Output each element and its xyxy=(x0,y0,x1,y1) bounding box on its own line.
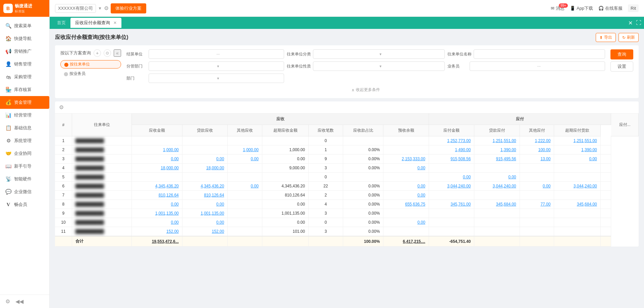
table-cell[interactable] xyxy=(132,173,182,182)
table-cell[interactable]: 0.00 xyxy=(228,182,262,191)
table-cell-link[interactable]: 1,000.00 xyxy=(163,147,179,152)
table-cell-link[interactable]: 0.00 xyxy=(171,220,178,225)
table-cell[interactable]: 0.00 xyxy=(383,218,429,227)
table-cell-link[interactable]: 1,390.00 xyxy=(581,147,597,152)
table-cell[interactable] xyxy=(228,191,262,200)
table-cell[interactable] xyxy=(554,164,600,173)
table-cell-link[interactable]: 2,153,333.00 xyxy=(402,157,425,161)
table-cell-link[interactable]: 1,490.00 xyxy=(455,147,471,152)
table-cell-link[interactable]: 0.00 xyxy=(463,175,471,179)
table-settings-icon[interactable]: ⚙ xyxy=(59,104,64,111)
sidebar-item-guide[interactable]: 📖 新手引导 xyxy=(0,160,49,173)
tab-close-window-icon[interactable]: ✕ xyxy=(628,20,633,26)
table-cell[interactable] xyxy=(474,164,520,173)
table-cell-link[interactable]: 915,495.56 xyxy=(496,157,516,161)
table-cell[interactable]: 1,390.00 xyxy=(554,145,600,155)
salesperson-input[interactable]: ··· xyxy=(470,61,605,71)
table-cell[interactable]: 0.00 xyxy=(132,218,182,227)
table-cell-link[interactable]: 810,126.64 xyxy=(159,193,179,197)
table-cell-link[interactable]: 0.00 xyxy=(417,193,425,197)
table-cell-link[interactable]: 1,390.00 xyxy=(500,147,516,152)
table-cell[interactable] xyxy=(520,218,554,227)
table-cell-link[interactable]: 3,044,240.00 xyxy=(493,184,516,188)
table-cell-link[interactable]: 810,126.64 xyxy=(204,193,224,197)
table-cell[interactable]: 1,001,135.00 xyxy=(132,209,182,218)
sidebar-item-quick-nav[interactable]: 🏠 快捷导航 xyxy=(0,32,49,45)
table-cell[interactable] xyxy=(520,164,554,173)
collapse-more-button[interactable]: ∧ 收起更多条件 xyxy=(126,86,605,94)
sidebar-item-sales[interactable]: 👤 销售管理 xyxy=(0,58,49,71)
table-cell[interactable] xyxy=(383,173,429,182)
sidebar-item-marketing[interactable]: 📢 营销推广 xyxy=(0,45,49,58)
table-cell-link[interactable]: 152.00 xyxy=(166,229,179,234)
table-cell[interactable] xyxy=(228,136,262,145)
table-cell[interactable]: 0.00 xyxy=(132,200,182,209)
sidebar-item-sys-admin[interactable]: ⚙ 系统管理 xyxy=(0,134,49,147)
table-cell-link[interactable]: 18,000.00 xyxy=(161,166,178,170)
table-cell[interactable] xyxy=(182,136,227,145)
table-cell[interactable]: 0.00 xyxy=(182,200,227,209)
table-cell-link[interactable]: 0.00 xyxy=(543,184,550,188)
table-cell[interactable] xyxy=(383,145,429,155)
table-cell[interactable]: 345,684.00 xyxy=(554,200,600,209)
table-cell[interactable] xyxy=(554,173,600,182)
table-cell[interactable]: 13.00 xyxy=(520,155,554,164)
sidebar-item-operations[interactable]: 📊 经营管理 xyxy=(0,109,49,122)
table-cell-link[interactable]: 4,345,436.20 xyxy=(201,184,224,188)
table-cell[interactable]: 1,252,773.00 xyxy=(429,136,474,145)
sidebar-item-finance[interactable]: 💰 资金管理 xyxy=(0,96,49,109)
table-cell-link[interactable]: 0.00 xyxy=(171,202,178,207)
tab-close-icon[interactable]: ✕ xyxy=(113,20,117,25)
tab-receivables[interactable]: 应收应付余额查询 ✕ xyxy=(70,18,121,28)
table-cell-link[interactable]: 13.00 xyxy=(540,157,550,161)
table-cell[interactable] xyxy=(520,173,554,182)
scheme-options-button[interactable]: ⊙ xyxy=(104,49,111,57)
table-cell[interactable]: 1,390.00 xyxy=(474,145,520,155)
table-cell-link[interactable]: 0.00 xyxy=(216,157,224,161)
table-cell[interactable]: 152.00 xyxy=(132,227,182,236)
table-cell[interactable]: 1,490.00 xyxy=(429,145,474,155)
table-cell-link[interactable]: 3,044,240.00 xyxy=(447,184,471,188)
table-cell[interactable] xyxy=(228,227,262,236)
table-cell[interactable] xyxy=(474,209,520,218)
bottom-collapse-button[interactable]: ◀◀ xyxy=(15,298,23,305)
table-cell[interactable]: 3,044,240.00 xyxy=(429,182,474,191)
user-profile-button[interactable]: Rit xyxy=(628,4,639,12)
table-cell[interactable]: 0.00 xyxy=(383,191,429,200)
chevron-down-icon[interactable]: ▼ xyxy=(98,6,102,11)
table-cell[interactable] xyxy=(474,227,520,236)
settings-button[interactable]: 设置 xyxy=(610,61,633,72)
table-cell-link[interactable]: 0.00 xyxy=(251,184,259,188)
add-scheme-button[interactable]: + xyxy=(94,49,101,57)
table-cell[interactable] xyxy=(554,218,600,227)
table-cell-link[interactable]: 655,636.75 xyxy=(405,202,425,207)
settlement-unit-dots[interactable]: ··· xyxy=(216,52,281,56)
sidebar-item-smart-hw[interactable]: 📡 智能硬件 xyxy=(0,173,49,185)
app-download-button[interactable]: 📱 App下载 xyxy=(570,5,593,11)
tab-maximize-icon[interactable]: ⛶ xyxy=(636,20,641,26)
table-cell[interactable] xyxy=(520,209,554,218)
table-cell[interactable]: 0.00 xyxy=(554,155,600,164)
sidebar-item-vip[interactable]: V 畅会员 xyxy=(0,198,49,211)
table-cell[interactable]: 0.00 xyxy=(429,173,474,182)
table-cell[interactable]: 1,000.00 xyxy=(228,145,262,155)
table-cell-link[interactable]: 18,000.00 xyxy=(206,166,224,170)
table-cell[interactable]: 3,044,240.00 xyxy=(554,182,600,191)
table-cell[interactable]: 655,636.75 xyxy=(383,200,429,209)
online-service-button[interactable]: 🎧 在线客服 xyxy=(598,5,623,11)
table-cell[interactable]: 1,251,551.00 xyxy=(474,136,520,145)
table-cell[interactable] xyxy=(520,227,554,236)
table-cell[interactable] xyxy=(228,218,262,227)
salesperson-dots[interactable]: ··· xyxy=(537,64,602,69)
table-cell-link[interactable]: 1,001,135.00 xyxy=(201,211,224,216)
table-cell[interactable]: 1,222.00 xyxy=(520,136,554,145)
table-cell-link[interactable]: 1,251,551.00 xyxy=(574,138,597,143)
table-cell-link[interactable]: 0.00 xyxy=(417,166,425,170)
partner-nature-select[interactable]: ▼ xyxy=(313,61,444,71)
tab-home[interactable]: 首页 xyxy=(52,18,70,28)
table-cell[interactable]: 77.00 xyxy=(520,200,554,209)
export-button[interactable]: ⬆ 导出 xyxy=(596,33,616,42)
collapse-scheme-button[interactable]: « xyxy=(114,49,121,57)
table-cell-link[interactable]: 1,252,773.00 xyxy=(447,138,471,143)
table-cell[interactable]: 152.00 xyxy=(182,227,227,236)
